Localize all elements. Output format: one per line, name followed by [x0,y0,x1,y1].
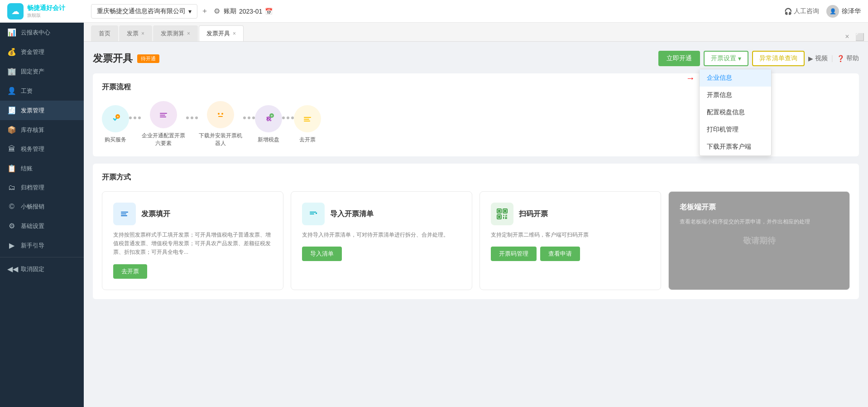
dropdown-item-peizhi[interactable]: 配置税盘信息 [700,104,771,121]
import-desc: 支持导入待开票清单，可对待开票清单进行拆分、合并处理。 [302,231,461,239]
svg-rect-25 [310,213,314,214]
svg-rect-30 [504,210,506,212]
import-list-button[interactable]: 导入清单 [302,247,342,261]
sidebar-item-shuiwu[interactable]: 🏛 税务管理 [0,140,84,159]
play-icon: ▶ [808,55,813,62]
sidebar-item-yunbao[interactable]: 📊 云报表中心 [0,23,84,42]
sidebar-item-jiezhang[interactable]: 📋 结账 [0,159,84,178]
svg-rect-31 [498,216,500,218]
sidebar-item-zijin[interactable]: 💰 资金管理 [0,42,84,62]
help-btn[interactable]: 🎧 人工咨询 [784,7,819,15]
avatar: 👤 [826,5,839,18]
sidebar-item-quxiao[interactable]: ◀◀ 取消固定 [0,259,84,279]
top-right: 🎧 人工咨询 👤 徐泽华 [784,5,861,18]
chevron-down-icon: ▾ [738,55,741,62]
qrcode-manage-button[interactable]: 开票码管理 [491,247,537,261]
sidebar-item-xiaochang[interactable]: © 小畅报销 [0,197,84,216]
main-area: 📊 云报表中心 💰 资金管理 🏢 固定资产 👤 工资 🧾 发票管理 📦 [0,23,868,407]
method-boss-header: 老板端开票 [680,203,839,212]
page-title-area: 发票开具 待开通 [93,52,159,65]
tab-fapiaokaiaju-close[interactable]: × [233,30,236,37]
dropdown-item-qiye[interactable]: 企业信息 [700,69,771,87]
tab-bar: 首页 发票 × 发票测算 × 发票开具 × × ⬜ [84,23,868,42]
svg-rect-5 [160,115,165,116]
abnormal-list-button[interactable]: 异常清单查询 [752,51,805,66]
gongzi-icon: 👤 [7,87,16,95]
scan-footer: 开票码管理 查看申请 [491,247,650,261]
sidebar-item-label: 发票管理 [21,107,44,115]
video-label: 视频 [815,54,828,63]
sidebar-item-guidang[interactable]: 🗂 归档管理 [0,178,84,197]
status-badge: 待开通 [137,54,159,63]
sidebar-item-jichushezhi[interactable]: ⚙ 基础设置 [0,216,84,236]
method-import-header: 导入开票清单 [302,203,461,225]
method-import: 导入开票清单 支持导入待开票清单，可对待开票清单进行拆分、合并处理。 导入清单 [291,191,472,290]
logo-area: ☁ 畅捷通好会计 旗舰版 [7,3,91,19]
svg-rect-29 [498,210,500,212]
svg-rect-4 [160,113,167,114]
company-selector[interactable]: 重庆畅捷交通信息咨询有限公司 ▾ [91,4,197,19]
sidebar-item-label: 取消固定 [21,265,44,273]
video-button[interactable]: ▶ 视频 [808,54,828,63]
user-info[interactable]: 👤 徐泽华 [826,5,861,18]
activate-button[interactable]: 立即开通 [658,51,700,66]
sidebar-item-gongzi[interactable]: 👤 工资 [0,81,84,101]
goto-invoice-button[interactable]: 去开票 [113,264,147,279]
settings-icon[interactable]: ⚙ [214,7,220,15]
sidebar-divider [0,257,84,257]
dropdown-arrow-icon: ▾ [188,8,192,15]
help-button[interactable]: ❓ 帮助 [837,54,859,63]
tab-fapiaocesuan-close[interactable]: × [187,30,190,37]
top-bar: ☁ 畅捷通好会计 旗舰版 重庆畅捷交通信息咨询有限公司 ▾ ＋ ⚙ 账期 202… [0,0,868,23]
tab-fapiao[interactable]: 发票 × [119,25,152,41]
import-footer: 导入清单 [302,247,461,261]
svg-rect-22 [121,215,127,216]
svg-rect-16 [304,117,311,118]
sidebar-item-xinshouyindao[interactable]: ▶ 新手引导 [0,236,84,255]
boss-overlay-text: 敬请期待 [680,235,839,246]
help-label: 人工咨询 [794,7,819,15]
dropdown-item-kaipiaoinfo[interactable]: 开票信息 [700,87,771,104]
period-value: 2023-01 [239,8,262,15]
dropdown-item-dayin[interactable]: 打印机管理 [700,121,771,138]
tab-fapiao-close[interactable]: × [141,30,144,37]
help-circle-icon: ❓ [837,55,844,62]
settings-dropdown-button[interactable]: 开票设置 ▾ [704,51,748,66]
tab-fapiaocesuan[interactable]: 发票测算 × [153,25,198,41]
sidebar-item-label: 库存核算 [21,126,44,134]
headset-icon: 🎧 [784,8,792,15]
svg-rect-32 [503,215,504,216]
dropdown-item-xiazai[interactable]: 下载开票客户端 [700,138,771,155]
close-window-button[interactable]: × [843,32,852,41]
sidebar-item-label: 云报表中心 [21,29,50,37]
view-apply-button[interactable]: 查看申请 [540,247,580,261]
step-goumai: + 购买服务 [102,105,129,144]
logo-name: 畅捷通好会计 [27,4,65,12]
method-scan: 扫码开票 支持定制开票二维码，客户端可扫码开票 开票码管理 查看申请 [480,191,661,290]
import-title: 导入开票清单 [330,209,374,219]
app-container: ☁ 畅捷通好会计 旗舰版 重庆畅捷交通信息咨询有限公司 ▾ ＋ ⚙ 账期 202… [0,0,868,407]
user-name: 徐泽华 [842,7,861,15]
content-area: 首页 发票 × 发票测算 × 发票开具 × × ⬜ [84,23,868,407]
sidebar-item-gudingzichan[interactable]: 🏢 固定资产 [0,62,84,81]
tab-fapiaocesuan-label: 发票测算 [161,29,184,38]
billing-methods-title: 开票方式 [102,173,850,182]
add-icon[interactable]: ＋ [201,6,208,16]
calendar-icon[interactable]: 📅 [265,8,273,15]
maximize-window-button[interactable]: ⬜ [855,32,864,41]
header-actions: 立即开通 开票设置 ▾ 异常清单查询 ▶ 视频 | ❓ [658,51,859,66]
svg-rect-10 [218,116,223,117]
sidebar-item-label: 基础设置 [21,222,44,230]
tab-fapiaokaiaju[interactable]: 发票开具 × [199,25,244,41]
jiezhang-icon: 📋 [7,164,16,173]
scan-desc: 支持定制开票二维码，客户端可扫码开票 [491,231,650,239]
svg-point-8 [218,113,220,115]
sidebar-item-fapiao[interactable]: 🧾 发票管理 [0,101,84,120]
step-goumai-icon: + [102,105,129,132]
scan-icon [491,203,513,225]
svg-rect-33 [505,215,507,216]
tab-home[interactable]: 首页 [91,25,118,41]
tab-fapiaokaiaju-label: 发票开具 [206,29,230,38]
connector-3 [243,116,255,119]
sidebar-item-kucun[interactable]: 📦 库存核算 [0,120,84,140]
